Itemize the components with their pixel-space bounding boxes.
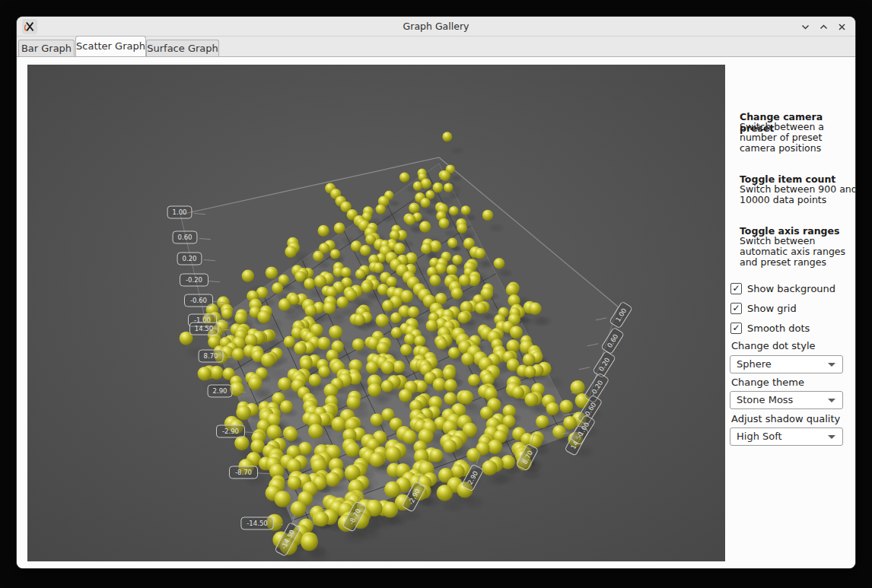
chevron-up-icon [819,22,829,32]
axis-tick-label: 1.00 [167,206,192,218]
axis-tick-label: -0.60 [185,294,213,307]
checkbox-box[interactable]: ✓ [730,283,742,294]
section-desc-axis-ranges: Switch between automatic axis ranges and… [740,236,855,268]
checkbox-show-grid[interactable]: ✓ Show grid [730,302,797,314]
checkbox-box[interactable]: ✓ [730,303,742,314]
tab-scatter-graph[interactable]: Scatter Graph [75,36,146,56]
axis-tick-label: -14.50 [241,517,273,529]
checkbox-label: Show background [747,283,835,294]
section-desc-camera-preset: Switch between a number of preset camera… [740,122,855,154]
label-adjust-shadow-quality: Adjust shadow quality [731,413,840,424]
tab-surface-graph[interactable]: Surface Graph [146,40,219,56]
checkbox-label: Smooth dots [747,323,810,334]
axis-tick-label: 0.20 [177,253,202,265]
dropdown-value: Sphere [737,356,772,373]
checkbox-show-background[interactable]: ✓ Show background [730,282,835,294]
svg-text:-2.90: -2.90 [222,427,239,435]
svg-text:-0.60: -0.60 [190,297,207,304]
minimize-button[interactable] [800,21,811,33]
axis-tick-label: 14.50 [190,323,218,335]
svg-text:2.90: 2.90 [213,387,228,395]
title-bar: Graph Gallery [17,17,855,37]
svg-text:0.20: 0.20 [183,255,197,262]
axis-tick-label: 8.70 [199,350,223,362]
chevron-down-icon [828,399,835,402]
chevron-down-icon [828,363,835,367]
axis-tick-label: -0.20 [180,274,208,286]
dropdown-shadow-quality[interactable]: High Soft [730,427,843,446]
svg-text:-14.50: -14.50 [247,520,267,527]
app-window: Graph Gallery Bar Graph Scatter Graph Su… [17,17,855,568]
tab-bar: Bar Graph Scatter Graph Surface Graph [17,37,855,57]
label-change-theme: Change theme [731,377,804,388]
maximize-button[interactable] [818,21,829,33]
dropdown-value: High Soft [737,428,782,445]
checkbox-box[interactable]: ✓ [730,323,742,334]
dropdown-theme[interactable]: Stone Moss [730,391,843,409]
close-button[interactable] [836,21,848,33]
svg-text:-0.20: -0.20 [186,276,202,284]
axis-tick-label: 0.60 [173,231,197,243]
window-controls [800,17,848,37]
scatter-3d-view[interactable]: 1.000.600.20-0.20-0.60-1.0014.508.702.90… [27,65,725,561]
label-change-dot-style: Change dot style [731,340,816,351]
section-desc-item-count: Switch between 900 and 10000 data points [740,184,855,205]
chevron-down-icon [828,435,835,439]
axis-tick-label: -8.70 [230,466,258,478]
axis-tick-label: 2.90 [208,385,232,397]
svg-text:14.50: 14.50 [195,325,213,332]
svg-text:-8.70: -8.70 [235,469,252,476]
svg-text:8.70: 8.70 [204,352,218,360]
checkmark-icon: ✓ [732,284,740,293]
tab-bar-graph[interactable]: Bar Graph [18,40,75,56]
close-icon [837,22,847,32]
checkmark-icon: ✓ [732,304,740,313]
svg-text:0.60: 0.60 [178,234,193,241]
dropdown-dot-style[interactable]: Sphere [730,355,843,373]
svg-text:1.00: 1.00 [173,208,187,216]
chevron-down-icon [800,22,810,32]
axis-tick-label: -2.90 [217,425,245,437]
checkbox-smooth-dots[interactable]: ✓ Smooth dots [730,322,810,334]
checkmark-icon: ✓ [732,323,740,332]
tab-page: 1.000.600.20-0.20-0.60-1.0014.508.702.90… [17,57,855,568]
window-title: Graph Gallery [17,17,855,37]
dropdown-value: Stone Moss [737,392,793,408]
checkbox-label: Show grid [747,303,797,314]
